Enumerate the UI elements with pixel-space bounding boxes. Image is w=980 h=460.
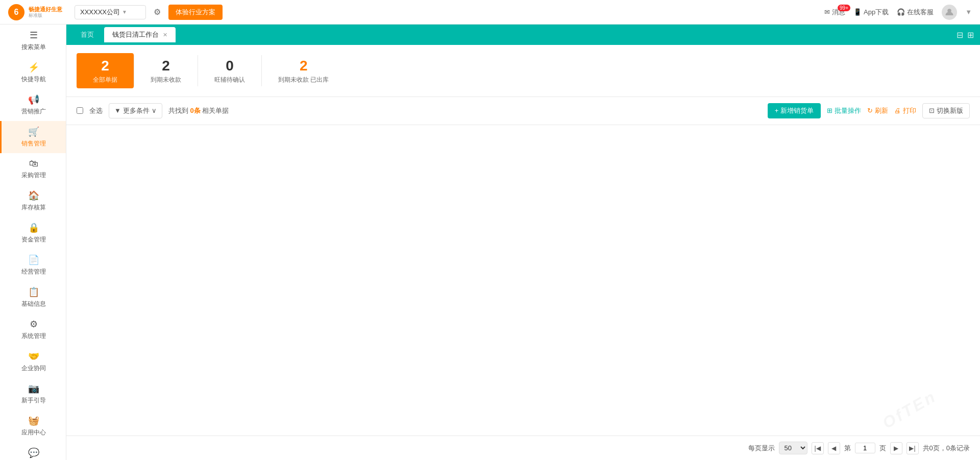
batch-icon: ⊞ <box>827 107 832 114</box>
logo-area: 6 畅捷通好生意 标准版 <box>8 4 75 20</box>
messages-btn[interactable]: ✉ 消息 99+ <box>824 8 845 17</box>
sidebar-item-operation[interactable]: 📄 经营管理 <box>0 249 66 281</box>
page-first-btn[interactable]: |◀ <box>812 442 824 454</box>
select-all-label: 全选 <box>89 106 103 115</box>
page-suffix: 页 <box>879 444 886 453</box>
experience-btn[interactable]: 体验行业方案 <box>168 5 223 20</box>
basic-icon: 📋 <box>28 286 39 298</box>
page-prev-btn[interactable]: ◀ <box>828 442 840 454</box>
tab-minimize-icon[interactable]: ⊟ <box>957 30 963 40</box>
switch-btn[interactable]: ⊡ 切换新版 <box>922 103 970 118</box>
message-icon: ✉ <box>824 8 830 16</box>
page-content: 2 全部单据 2 到期未收款 0 旺辅待确认 2 到期未收款 已出库 <box>66 45 980 460</box>
tab-bar: 首页 钱货日清工作台 ✕ ⊟ ⊞ <box>66 25 980 45</box>
main-layout: ☰ 搜索菜单 ⚡ 快捷导航 📢 营销推广 🛒 销售管理 🛍 采购管理 🏠 库存核… <box>0 25 980 460</box>
found-count: 0条 <box>190 107 201 114</box>
sidebar-item-system[interactable]: ⚙ 系统管理 <box>0 313 66 346</box>
filter-icon: ▼ <box>114 107 121 114</box>
tab-controls: ⊟ ⊞ <box>957 30 974 40</box>
dropdown-arrow-icon: ▼ <box>122 9 127 15</box>
sidebar-item-guide[interactable]: 📷 新手引导 <box>0 378 66 410</box>
batch-btn[interactable]: ⊞ 批量操作 <box>827 106 861 115</box>
page-next-btn[interactable]: ▶ <box>890 442 902 454</box>
stats-row: 2 全部单据 2 到期未收款 0 旺辅待确认 2 到期未收款 已出库 <box>66 45 980 97</box>
wechat-icon: 💬 <box>28 447 39 458</box>
new-order-btn[interactable]: + 新增销货单 <box>768 103 821 118</box>
online-service-btn[interactable]: 🎧 在线客服 <box>897 8 934 17</box>
tab-maximize-icon[interactable]: ⊞ <box>967 30 974 40</box>
user-dropdown-icon: ▼ <box>965 8 972 16</box>
page-last-btn[interactable]: ▶| <box>906 442 919 454</box>
sidebar-item-basic[interactable]: 📋 基础信息 <box>0 281 66 313</box>
stat-pending[interactable]: 0 旺辅待确认 <box>198 53 261 88</box>
found-text: 共找到 0条 相关单据 <box>168 106 229 115</box>
refresh-btn[interactable]: ↻ 刷新 <box>867 106 888 115</box>
system-icon: ⚙ <box>30 319 38 330</box>
content-area: 首页 钱货日清工作台 ✕ ⊟ ⊞ 2 全部单据 2 到期未收款 <box>66 25 980 460</box>
sidebar-item-cooperation[interactable]: 🤝 企业协同 <box>0 346 66 378</box>
print-icon: 🖨 <box>894 107 901 114</box>
user-avatar[interactable] <box>942 5 957 20</box>
print-btn[interactable]: 🖨 打印 <box>894 106 916 115</box>
stat-overdue[interactable]: 2 到期未收款 <box>134 53 198 88</box>
cooperation-icon: 🤝 <box>28 351 39 362</box>
stat-all[interactable]: 2 全部单据 <box>77 53 134 88</box>
top-header: 6 畅捷通好生意 标准版 XXXXXX公司 ▼ ⚙ 体验行业方案 ✉ 消息 99… <box>0 0 980 25</box>
finance-icon: 🔒 <box>28 222 39 233</box>
total-label: 共0页，0条记录 <box>923 444 970 453</box>
company-selector[interactable]: XXXXXX公司 ▼ <box>75 5 146 19</box>
page-size-select[interactable]: 50 100 200 <box>779 442 807 454</box>
toolbar-right: + 新增销货单 ⊞ 批量操作 ↻ 刷新 🖨 打印 ⊡ <box>768 103 970 118</box>
logo-icon: 6 <box>8 4 24 20</box>
toolbar: 全选 ▼ 更多条件 ∨ 共找到 0条 相关单据 + 新增销货单 ⊞ 批量操作 <box>66 97 980 125</box>
quick-nav-icon: ⚡ <box>28 62 39 73</box>
stat-shipped[interactable]: 2 到期未收款 已出库 <box>262 53 345 88</box>
user-menu[interactable]: ▼ <box>965 8 972 16</box>
page-input[interactable] <box>855 443 875 453</box>
page-label: 第 <box>844 444 851 453</box>
tab-workbench[interactable]: 钱货日清工作台 ✕ <box>104 27 176 42</box>
sales-icon: 🛒 <box>28 126 39 137</box>
apps-icon: 🧺 <box>28 415 39 426</box>
header-right: ✉ 消息 99+ 📱 App下载 🎧 在线客服 ▼ <box>824 5 972 20</box>
marketing-icon: 📢 <box>28 94 39 105</box>
filter-chevron-icon: ∨ <box>152 107 157 114</box>
settings-icon[interactable]: ⚙ <box>150 5 164 19</box>
sidebar-item-marketing[interactable]: 📢 营销推广 <box>0 89 66 121</box>
table-area <box>66 125 980 435</box>
select-all-checkbox[interactable] <box>77 107 83 114</box>
switch-icon: ⊡ <box>929 107 935 114</box>
tab-close-icon[interactable]: ✕ <box>163 32 167 38</box>
refresh-icon: ↻ <box>867 107 873 114</box>
messages-badge: 99+ <box>838 5 850 11</box>
app-download-icon: 📱 <box>853 8 862 16</box>
service-icon: 🎧 <box>897 8 905 16</box>
tab-home[interactable]: 首页 <box>72 27 102 42</box>
per-page-label: 每页显示 <box>748 444 775 453</box>
guide-icon: 📷 <box>28 383 39 394</box>
sidebar-item-purchase[interactable]: 🛍 采购管理 <box>0 153 66 185</box>
sidebar: ☰ 搜索菜单 ⚡ 快捷导航 📢 营销推广 🛒 销售管理 🛍 采购管理 🏠 库存核… <box>0 25 66 460</box>
logo-text: 畅捷通好生意 标准版 <box>29 6 62 19</box>
sidebar-item-finance[interactable]: 🔒 资金管理 <box>0 217 66 249</box>
purchase-icon: 🛍 <box>29 158 38 169</box>
sidebar-item-search[interactable]: ☰ 搜索菜单 <box>0 25 66 57</box>
operation-icon: 📄 <box>28 254 39 265</box>
sidebar-item-wechat[interactable]: 💬 企业微信 <box>0 442 66 460</box>
sidebar-item-apps[interactable]: 🧺 应用中心 <box>0 410 66 442</box>
sidebar-item-inventory[interactable]: 🏠 库存核算 <box>0 185 66 217</box>
sidebar-item-sales[interactable]: 🛒 销售管理 <box>0 121 66 153</box>
filter-btn[interactable]: ▼ 更多条件 ∨ <box>109 103 162 118</box>
app-download-btn[interactable]: 📱 App下载 <box>853 8 889 17</box>
inventory-icon: 🏠 <box>28 190 39 201</box>
search-menu-icon: ☰ <box>30 30 38 41</box>
sidebar-item-nav[interactable]: ⚡ 快捷导航 <box>0 57 66 89</box>
pagination-bar: 每页显示 50 100 200 |◀ ◀ 第 页 ▶ ▶| 共0页，0条记录 <box>66 435 980 460</box>
